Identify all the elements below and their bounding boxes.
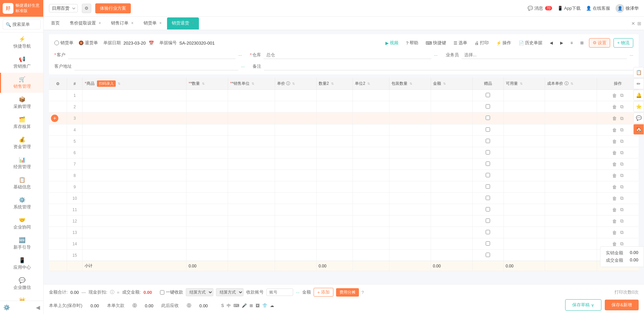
delete-row-btn[interactable]: 🗑	[611, 206, 618, 213]
td-unit2[interactable]	[353, 101, 389, 113]
gift-checkbox[interactable]	[486, 127, 490, 132]
gift-checkbox[interactable]	[486, 253, 490, 257]
delete-row-btn[interactable]: 🗑	[611, 218, 618, 225]
category-select[interactable]: 日用百货	[49, 4, 78, 12]
pack-sort-icon[interactable]: ⇅	[410, 82, 412, 85]
sidebar-settings-btn[interactable]: ⚙️	[3, 304, 10, 311]
tab-home[interactable]: 首页	[46, 17, 64, 29]
copy-row-btn[interactable]: ⧉	[620, 149, 624, 156]
delete-active-btn[interactable]: 🗑	[611, 115, 618, 122]
address-dots-btn[interactable]: ···	[241, 64, 245, 69]
user-info[interactable]: 👤 徐泽华	[615, 4, 639, 13]
goods-sort-icon[interactable]: ⇅	[118, 82, 120, 85]
experience-button[interactable]: 体验行业方案	[95, 3, 131, 13]
tab-delivery-close[interactable]: ×	[159, 21, 162, 25]
td-gift-active[interactable]	[472, 113, 503, 124]
sidebar-item-sales[interactable]: 🛒 销售管理	[0, 73, 43, 93]
tab-return-close[interactable]: ×	[192, 21, 194, 25]
delete-row-btn[interactable]: 🗑	[611, 138, 618, 145]
sidebar-item-enterprise[interactable]: 🤝 企业协同	[0, 213, 43, 234]
save-new-button[interactable]: 保存&新增	[605, 300, 639, 310]
copy-active-btn[interactable]: ⧉	[620, 115, 624, 122]
td-sales-unit[interactable]	[228, 90, 275, 101]
td-amount-active[interactable]	[431, 113, 472, 124]
search-menu-button[interactable]: 🔍 搜索菜单	[3, 19, 41, 29]
copy-row-btn[interactable]: ⧉	[620, 195, 624, 202]
radio-delivery[interactable]: 销货单	[54, 40, 73, 46]
td-goods-active[interactable]	[83, 113, 186, 124]
tab-sales-order[interactable]: 销售订单 ×	[106, 17, 138, 29]
td-amount[interactable]	[431, 90, 472, 101]
radio-return-input[interactable]	[79, 41, 84, 45]
warehouse-dots-btn[interactable]: ···	[434, 53, 438, 58]
scan-input-btn[interactable]: 扫码录入	[97, 80, 116, 87]
td-unit2[interactable]	[353, 90, 389, 101]
right-btn-2[interactable]: ✏	[633, 78, 644, 89]
copy-row-btn[interactable]: ⧉	[620, 172, 624, 179]
prev-doc-btn[interactable]: ◀	[548, 40, 555, 46]
summary-method-select[interactable]: 结算方式	[216, 288, 244, 296]
td-pack-qty[interactable]	[389, 101, 431, 113]
save-draft-button[interactable]: 保存草稿 ∨	[565, 299, 601, 311]
remark-input[interactable]	[264, 62, 633, 70]
copy-row-btn[interactable]: ⧉	[620, 103, 624, 110]
fee-help-icon[interactable]: ?	[362, 290, 364, 295]
goods-input-active[interactable]	[85, 116, 184, 121]
sidebar-item-vip[interactable]: 👑 畅会员	[0, 294, 43, 301]
sidebar-collapse-btn[interactable]: ◀	[36, 304, 40, 311]
header-settings-button[interactable]: ⚙	[82, 4, 91, 13]
sidebar-item-quick-nav[interactable]: ⚡ 快捷导航	[0, 33, 43, 53]
tab-sales-delivery[interactable]: 销货单 ×	[139, 17, 166, 29]
copy-row-btn[interactable]: ⧉	[620, 206, 624, 213]
td-goods[interactable]	[83, 101, 186, 113]
th-settings[interactable]: ⚙	[49, 78, 67, 90]
available-sort-icon[interactable]: ⇅	[520, 82, 523, 85]
td-available-active[interactable]	[503, 113, 545, 124]
price-sort-icon[interactable]: ⇅	[292, 82, 295, 85]
qty2-sort-icon[interactable]: ⇅	[331, 82, 334, 85]
td-gift[interactable]	[472, 101, 503, 113]
sidebar-item-inventory[interactable]: 🗂️ 库存核算	[0, 113, 43, 133]
column-settings-btn[interactable]: ⚙ 设置	[589, 38, 610, 48]
help-btn[interactable]: ? 帮助	[404, 39, 420, 47]
td-qty-active[interactable]	[186, 113, 228, 124]
customer-input[interactable]	[68, 51, 235, 59]
gift-checkbox[interactable]	[486, 93, 490, 97]
right-btn-1[interactable]: 📋	[633, 67, 644, 78]
salesperson-input[interactable]	[462, 51, 627, 59]
gift-checkbox[interactable]	[486, 162, 490, 166]
right-btn-5[interactable]: 💬	[633, 113, 644, 123]
copy-row-btn[interactable]: ⧉	[620, 161, 624, 168]
td-goods[interactable]	[83, 90, 186, 101]
gift-checkbox[interactable]	[486, 230, 490, 234]
td-unit-active[interactable]	[228, 113, 275, 124]
right-btn-3[interactable]: 🔔	[633, 90, 644, 101]
select-order-btn[interactable]: ☰ 选单	[451, 39, 469, 47]
gift-checkbox[interactable]	[486, 207, 490, 211]
account-input[interactable]	[266, 289, 293, 296]
right-btn-6[interactable]: 🏠	[633, 124, 644, 135]
delete-row-btn[interactable]: 🗑	[611, 161, 618, 168]
sidebar-item-marketing[interactable]: 📢 营销推广	[0, 53, 43, 73]
cost-sort-icon[interactable]: ⇅	[571, 82, 573, 85]
td-gift[interactable]	[472, 90, 503, 101]
delete-row-btn[interactable]: 🗑	[611, 172, 618, 179]
tab-sales-order-close[interactable]: ×	[131, 21, 133, 25]
gift-checkbox[interactable]	[486, 150, 490, 154]
gift-checkbox[interactable]	[486, 241, 490, 246]
qty-sort-icon[interactable]: ⇅	[202, 82, 205, 85]
discount-help-icon[interactable]: ⓘ	[110, 289, 114, 295]
customer-dots-btn[interactable]: ···	[238, 53, 242, 58]
td-unit-price[interactable]	[275, 101, 316, 113]
one-click-payment-checkbox[interactable]	[160, 290, 164, 295]
td-cost-price[interactable]	[545, 90, 597, 101]
print-btn[interactable]: 🖨 打印	[473, 39, 491, 47]
next-doc-btn[interactable]: ▶	[558, 40, 565, 46]
td-qty2-active[interactable]	[316, 113, 353, 124]
message-button[interactable]: 💬 消息 70	[528, 5, 552, 11]
fee-split-btn[interactable]: 费用分摊	[336, 288, 359, 297]
dots-btn[interactable]: ···	[296, 290, 300, 295]
settlement-method-select[interactable]: 结算方式	[186, 288, 213, 296]
tab-sales-return[interactable]: 销货退货 ×	[167, 17, 199, 29]
sidebar-item-guide[interactable]: 🆕 新手引导	[0, 234, 43, 254]
